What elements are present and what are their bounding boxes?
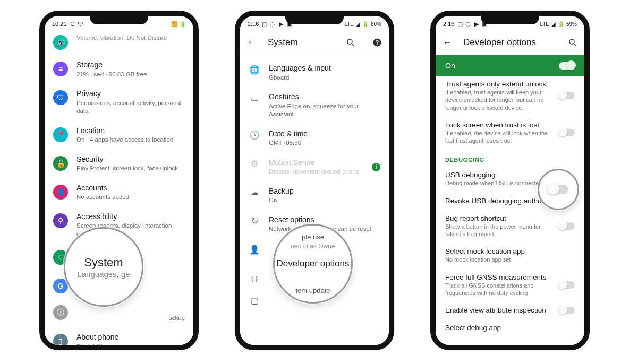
toggle-switch[interactable]	[559, 129, 575, 136]
clock-icon: 🕓	[249, 129, 260, 141]
system-row-gestures[interactable]: ▭ GesturesActive Edge on, squeeze for yo…	[240, 87, 389, 124]
phone-system: 2:16 ▢ ◌ ▶ ▣ · LTE ◢ 🔋 60% ← System ?	[235, 11, 394, 350]
globe-icon: 🌐	[249, 64, 260, 75]
network-label: LTE	[540, 21, 549, 27]
accessibility-icon: ⚲	[53, 213, 68, 228]
phone-developer-options: 2:16 ▢ ◌ ▶ ▣ · LTE ◢ 🔋 59% ← Developer o…	[430, 11, 590, 350]
magnified-sub: Languages, ge	[77, 270, 130, 279]
row-sub: 21% used · 50.83 GB free	[76, 71, 185, 79]
dev-row-trust-agents[interactable]: Trust agents only extend unlockIf enable…	[436, 75, 584, 116]
cloud-icon: ☁	[249, 187, 260, 198]
settings-row-sound[interactable]: 🔊 Volume, vibration, Do Not Disturb	[45, 33, 193, 55]
app-bar: ← System ?	[240, 30, 389, 55]
more-icon: ·	[294, 21, 300, 27]
info-badge-icon[interactable]: i	[372, 163, 380, 171]
system-row-motion-sense[interactable]: ⚙ Motion SenseDetects movement around ph…	[240, 153, 389, 181]
svg-line-5	[574, 44, 576, 46]
phone-settings: 10:21 G 🛡 📶 🔋 🔊 Volume, vibration, Do No…	[39, 11, 199, 350]
status-bar: 2:16 ▢ ◌ ▶ ▣ · LTE ◢ 🔋 59%	[436, 18, 584, 30]
back-icon[interactable]: ←	[246, 37, 257, 48]
search-icon[interactable]	[567, 37, 578, 48]
toggle-switch[interactable]	[559, 92, 575, 99]
settings-row-security[interactable]: 🔓 SecurityPlay Protect, screen lock, fac…	[45, 150, 193, 178]
settings-row-accounts[interactable]: 👤 AccountsNo accounts added	[45, 178, 193, 207]
system-row-backup[interactable]: ☁ BackupOn	[240, 181, 389, 210]
calendar-icon: ▢	[457, 21, 463, 27]
app-icon: ▣	[286, 21, 292, 27]
dev-row-bug-report-shortcut[interactable]: Bug report shortcutShow a button in the …	[436, 210, 584, 243]
svg-line-1	[352, 44, 354, 46]
status-time: 2:16	[248, 21, 259, 27]
whatsapp-icon: ◌	[269, 21, 276, 27]
signal-icon: ◢	[551, 21, 556, 27]
magnified-title: System	[84, 256, 123, 270]
usb-debugging-switch[interactable]	[548, 185, 568, 194]
settings-row-storage[interactable]: ≡ Storage 21% used · 50.83 GB free	[45, 55, 193, 84]
master-toggle-switch[interactable]	[559, 62, 575, 70]
row-title: Storage	[76, 60, 185, 70]
storage-icon: ≡	[53, 62, 68, 76]
settings-row-about-phone[interactable]: ▯ About phonePixel 4 XL	[45, 327, 193, 345]
app-bar: ← Developer options	[436, 30, 584, 55]
youtube-icon: ▶	[473, 21, 480, 27]
reset-icon: ↻	[249, 215, 260, 227]
search-icon[interactable]	[345, 37, 356, 48]
magnifier-usb-debugging-switch	[538, 169, 579, 210]
location-icon: 📍	[53, 127, 68, 142]
sound-icon: 🔊	[53, 35, 68, 50]
magnifier-developer-options: ple use ned in as Owne Developer options…	[273, 224, 353, 304]
page-title: System	[268, 37, 298, 48]
wifi-icon: 📶	[171, 21, 177, 27]
signal-icon: ◢	[356, 21, 360, 27]
status-bar: 10:21 G 🛡 📶 🔋	[45, 18, 193, 30]
youtube-icon: ▶	[278, 21, 284, 27]
battery-icon: 🔋	[362, 21, 369, 27]
status-bar: 2:16 ▢ ◌ ▶ ▣ · LTE ◢ 🔋 60%	[240, 18, 389, 30]
motion-sense-icon: ⚙	[249, 158, 260, 170]
app-icon: ▣	[481, 21, 488, 27]
privacy-icon: 🛡	[53, 90, 68, 105]
settings-row-location[interactable]: 📍 LocationOn · 4 apps have access to loc…	[45, 121, 193, 150]
magnified-title: Developer options	[276, 258, 349, 269]
google-icon: G	[70, 21, 76, 27]
dev-row-mock-location[interactable]: Select mock location appNo mock location…	[436, 242, 584, 268]
toggle-switch[interactable]	[559, 222, 575, 230]
toggle-switch[interactable]	[559, 281, 575, 289]
settings-row-privacy[interactable]: 🛡 PrivacyPermissions, account activity, …	[45, 84, 193, 121]
battery-pct: 60%	[371, 21, 381, 27]
dev-row-gnss[interactable]: Force full GNSS measurementsTrack all GN…	[436, 268, 584, 302]
accounts-icon: 👤	[53, 185, 68, 200]
help-icon[interactable]: ?	[372, 37, 382, 48]
svg-point-4	[570, 39, 574, 44]
status-time: 10:21	[52, 21, 67, 27]
dev-row-select-debug-app[interactable]: Select debug app	[436, 319, 584, 336]
calendar-icon: ▢	[261, 21, 268, 27]
update-icon: ▢	[249, 295, 260, 307]
svg-text:?: ?	[376, 39, 379, 45]
about-phone-icon: ▯	[53, 334, 68, 345]
master-toggle-label: On	[445, 62, 455, 70]
system-row-date-time[interactable]: 🕓 Date & timeGMT+05:30	[240, 124, 389, 153]
page-title: Developer options	[463, 37, 536, 48]
more-icon: ·	[489, 21, 496, 27]
battery-icon: 🔋	[180, 21, 186, 27]
toggle-switch[interactable]	[559, 307, 575, 314]
security-icon: 🔓	[53, 156, 68, 171]
status-time: 2:16	[443, 21, 454, 27]
svg-point-0	[347, 39, 352, 44]
network-label: LTE	[344, 21, 354, 27]
dev-row-view-attr-inspection[interactable]: Enable view attribute inspection	[436, 301, 584, 319]
battery-icon: 🔋	[558, 21, 564, 27]
section-header-debugging: Debugging	[436, 149, 584, 166]
whatsapp-icon: ◌	[465, 21, 471, 27]
braces-icon: { }	[249, 273, 260, 284]
shield-icon: 🛡	[78, 21, 84, 27]
back-icon[interactable]: ←	[442, 37, 453, 48]
dev-row-lock-screen-trust[interactable]: Lock screen when trust is lostIf enabled…	[436, 116, 584, 150]
user-icon: 👤	[249, 244, 260, 256]
master-toggle-bar[interactable]: On	[436, 55, 584, 76]
magnifier-system: System Languages, ge	[64, 227, 143, 307]
gestures-icon: ▭	[249, 92, 260, 104]
system-row-languages[interactable]: 🌐 Languages & inputGboard	[240, 58, 389, 87]
battery-pct: 59%	[566, 21, 577, 27]
